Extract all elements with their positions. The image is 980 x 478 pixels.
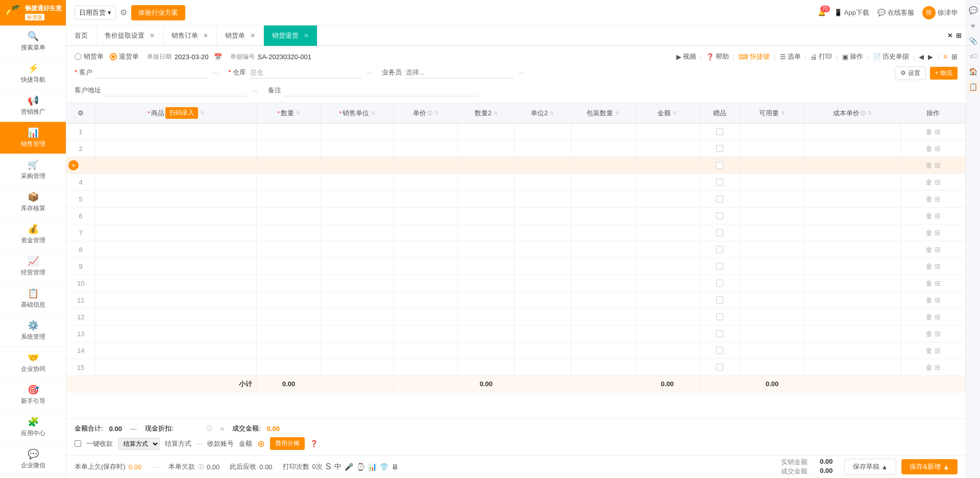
amount-cell[interactable] xyxy=(635,224,699,241)
gift-checkbox[interactable] xyxy=(716,128,723,135)
pack-cell[interactable] xyxy=(571,140,635,157)
tab-price-setting[interactable]: 售价提取设置✕ xyxy=(96,26,163,46)
add-payment-btn[interactable]: ⊕ xyxy=(257,438,265,449)
gift-cell[interactable] xyxy=(700,241,740,258)
add-row-btn[interactable]: + xyxy=(68,160,79,170)
product-input[interactable] xyxy=(97,179,254,186)
gift-checkbox[interactable] xyxy=(716,179,723,186)
qty-input[interactable] xyxy=(259,280,318,287)
customer-dots[interactable]: ··· xyxy=(213,69,218,77)
unit2-cell[interactable] xyxy=(514,325,571,342)
amount-cell[interactable] xyxy=(635,309,699,325)
salesperson-input[interactable] xyxy=(405,66,514,79)
qty2-cell[interactable] xyxy=(458,208,514,224)
unit-cell[interactable] xyxy=(321,208,394,224)
trial-btn[interactable]: 体验行业方案 xyxy=(131,5,185,20)
sidebar-item-inventory[interactable]: 📦库存核算 xyxy=(0,186,66,218)
copy-row-btn[interactable]: ⊞ xyxy=(934,228,942,238)
cost-cell[interactable] xyxy=(804,157,901,174)
qty-input[interactable] xyxy=(259,246,318,254)
unit-cell[interactable] xyxy=(321,359,394,376)
unit-cell[interactable] xyxy=(321,241,394,258)
qty-cell[interactable] xyxy=(256,140,321,157)
pack-cell[interactable] xyxy=(571,191,635,208)
save-new-btn[interactable]: 保存&新增 ▲ xyxy=(901,459,958,474)
product-cell[interactable] xyxy=(95,157,257,174)
scan-btn[interactable]: 扫码录入 xyxy=(165,107,198,119)
unit2-cell[interactable] xyxy=(514,208,571,224)
rp-star[interactable]: ★ xyxy=(967,19,979,32)
qty-cell[interactable] xyxy=(256,275,321,292)
topbar-gear-icon[interactable]: ⚙ xyxy=(120,8,127,17)
qty-cell[interactable] xyxy=(256,359,321,376)
gift-checkbox[interactable] xyxy=(716,212,723,219)
avail-cell[interactable] xyxy=(740,342,804,359)
amount-cell[interactable] xyxy=(635,123,699,140)
copy-row-btn[interactable]: ⊞ xyxy=(934,295,942,305)
delete-row-btn[interactable]: 🗑 xyxy=(924,127,934,137)
toolbar-shortcut[interactable]: ⌨ 快捷键 xyxy=(739,52,770,61)
cost-cell[interactable] xyxy=(804,258,901,275)
qty2-cell[interactable] xyxy=(458,140,514,157)
nav-prev-icon[interactable]: ◀ xyxy=(919,53,924,61)
gift-checkbox[interactable] xyxy=(716,364,723,371)
copy-row-btn[interactable]: ⊞ xyxy=(934,143,942,154)
copy-row-btn[interactable]: ⊞ xyxy=(934,160,942,170)
avail-cell[interactable] xyxy=(740,224,804,241)
gift-cell[interactable] xyxy=(700,359,740,376)
address-dots[interactable]: ··· xyxy=(252,87,258,94)
qty2-cell[interactable] xyxy=(458,342,514,359)
cost-cell[interactable] xyxy=(804,359,901,376)
qty-cell[interactable] xyxy=(256,157,321,174)
pack-cell[interactable] xyxy=(571,224,635,241)
copy-row-btn[interactable]: ⊞ xyxy=(934,329,942,339)
gift-cell[interactable] xyxy=(700,123,740,140)
price-cell[interactable] xyxy=(394,241,458,258)
gift-checkbox[interactable] xyxy=(716,347,723,354)
cost-cell[interactable] xyxy=(804,191,901,208)
copy-row-btn[interactable]: ⊞ xyxy=(934,345,942,356)
cost-cell[interactable] xyxy=(804,241,901,258)
sidebar-item-guide[interactable]: 🎯新手引导 xyxy=(0,379,66,411)
sidebar-item-sales[interactable]: 📊销售管理 xyxy=(0,122,66,154)
delete-row-btn[interactable]: 🗑 xyxy=(924,345,934,356)
amount-cell[interactable] xyxy=(635,157,699,174)
sidebar-item-shortcut[interactable]: ⚡快捷导航 xyxy=(0,58,66,90)
unit2-cell[interactable] xyxy=(514,174,571,191)
gift-checkbox[interactable] xyxy=(716,145,723,152)
tool-icon-1[interactable]: S xyxy=(326,462,331,471)
qty-input[interactable] xyxy=(259,196,318,203)
gift-cell[interactable] xyxy=(700,157,740,174)
qty-cell[interactable] xyxy=(256,342,321,359)
copy-row-btn[interactable]: ⊞ xyxy=(934,127,942,137)
view-grid-icon[interactable]: ⊞ xyxy=(951,53,958,61)
gift-checkbox[interactable] xyxy=(716,330,723,337)
notification-bell[interactable]: 🔔 70 xyxy=(818,9,826,16)
amount-cell[interactable] xyxy=(635,292,699,309)
cost-cell[interactable] xyxy=(804,292,901,309)
sidebar-item-system[interactable]: ⚙️系统管理 xyxy=(0,315,66,347)
unit-cell[interactable] xyxy=(321,157,394,174)
unit2-cell[interactable] xyxy=(514,275,571,292)
product-cell[interactable] xyxy=(95,140,257,157)
qty2-cell[interactable] xyxy=(458,241,514,258)
price-cell[interactable] xyxy=(394,140,458,157)
gift-cell[interactable] xyxy=(700,191,740,208)
price-cell[interactable] xyxy=(394,208,458,224)
product-input[interactable] xyxy=(97,314,254,321)
rp-chat[interactable]: 💬 xyxy=(967,4,979,16)
product-input[interactable] xyxy=(97,347,254,355)
tool-icon-5[interactable]: 📊 xyxy=(368,463,377,471)
cost-cell[interactable] xyxy=(804,208,901,224)
avail-cell[interactable] xyxy=(740,191,804,208)
price-cell[interactable] xyxy=(394,325,458,342)
product-input[interactable] xyxy=(97,145,254,153)
qty-cell[interactable] xyxy=(256,325,321,342)
qty-input[interactable] xyxy=(259,347,318,355)
gift-checkbox[interactable] xyxy=(716,246,723,253)
product-input[interactable] xyxy=(97,297,254,304)
avail-cell[interactable] xyxy=(740,275,804,292)
product-input[interactable] xyxy=(97,263,254,270)
warehouse-dots[interactable]: ··· xyxy=(366,69,372,77)
gift-cell[interactable] xyxy=(700,174,740,191)
